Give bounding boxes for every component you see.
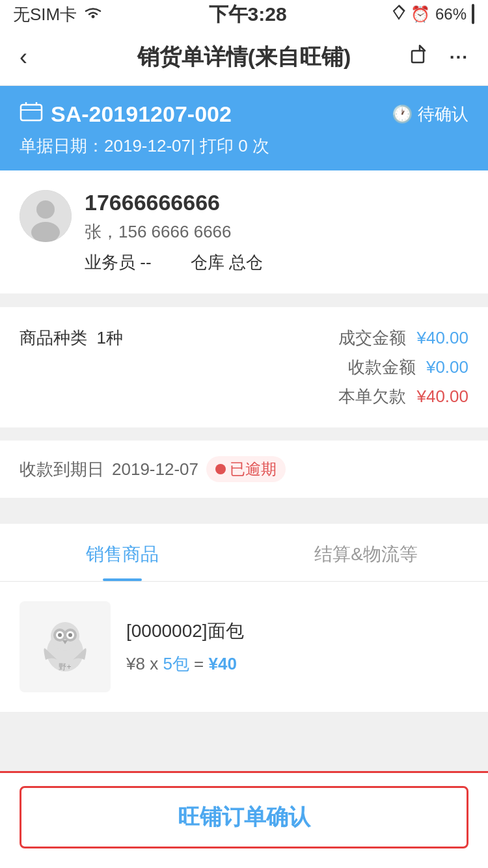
more-icon[interactable]: ··· [450,47,468,68]
summary-section: 商品种类 1种 成交金额 ¥40.00 收款金额 ¥0.00 本单欠款 ¥40.… [0,307,488,427]
product-name: [0000002]面包 [126,619,468,644]
due-date-value: 2019-12-07 [112,459,198,480]
product-type-item: 商品种类 1种 [20,327,123,349]
svg-point-4 [31,222,60,242]
deal-amount-label: 成交金额 [338,327,406,349]
product-section: 野+ [0000002]面包 ¥8 x 5包 = ¥40 [0,582,488,712]
order-status: 🕐 待确认 [392,103,468,126]
product-qty: 5包 [163,654,189,673]
order-id: SA-20191207-002 [20,102,232,127]
status-bar-left: 无SIM卡 [13,3,103,26]
page-title: 销货单详情(来自旺铺) [137,42,351,72]
order-date-line: 单据日期：2019-12-07| 打印 0 次 [20,135,468,157]
tabs: 销售商品 结算&物流等 [0,524,488,582]
tab-sales-products[interactable]: 销售商品 [0,524,244,581]
svg-text:野+: 野+ [59,662,71,671]
customer-info: 17666666666 张，156 6666 6666 业务员 -- 仓库 总仓 [85,190,468,274]
battery-icon [472,5,475,23]
product-item: 野+ [0000002]面包 ¥8 x 5包 = ¥40 [0,582,488,712]
owed-value: ¥40.00 [416,387,468,407]
summary-right: 成交金额 ¥40.00 收款金额 ¥0.00 本单欠款 ¥40.00 [338,327,468,408]
back-button[interactable]: ‹ [20,37,34,77]
divider [0,511,488,524]
owed-label: 本单欠款 [338,385,406,408]
due-date-section: 收款到期日 2019-12-07 已逾期 [0,441,488,498]
product-thumbnail: 野+ [20,601,111,692]
battery-text: 66% [435,5,467,23]
confirm-order-button[interactable]: 旺铺订单确认 [20,786,468,848]
svg-point-13 [68,633,72,637]
alarm-icon: ⏰ [411,5,430,23]
svg-rect-0 [412,51,424,62]
received-row: 收款金额 ¥0.00 [348,356,468,379]
customer-section: 17666666666 张，156 6666 6666 业务员 -- 仓库 总仓 [0,170,488,294]
product-total: ¥40 [209,654,237,673]
salesman-label: 业务员 -- [85,251,152,274]
nav-actions: ··· [409,44,468,70]
carrier-text: 无SIM卡 [13,3,77,26]
overdue-badge: 已逾期 [206,456,286,482]
clock-icon: 🕐 [392,104,413,124]
wifi-icon [83,5,103,25]
nav-bar: ‹ 销货单详情(来自旺铺) ··· [0,29,488,86]
deal-amount-row: 成交金额 ¥40.00 [338,327,468,349]
svg-rect-1 [21,105,42,120]
overdue-dot-icon [215,464,226,474]
due-date-label: 收款到期日 [20,458,104,481]
warehouse-label: 仓库 总仓 [191,251,263,274]
status-bar-right: ⏰ 66% [392,5,475,24]
received-value: ¥0.00 [426,357,468,377]
svg-point-12 [58,633,62,637]
tab-settlement-logistics[interactable]: 结算&物流等 [244,524,488,581]
overdue-text: 已逾期 [230,459,277,480]
deal-amount-value: ¥40.00 [416,328,468,348]
share-icon[interactable] [409,44,430,70]
customer-name-phone: 张，156 6666 6666 [85,221,468,243]
confirm-button-container: 旺铺订单确认 [0,771,488,868]
avatar [20,190,72,242]
product-info: [0000002]面包 ¥8 x 5包 = ¥40 [126,619,468,675]
header-banner: SA-20191207-002 🕐 待确认 单据日期：2019-12-07| 打… [0,86,488,170]
location-icon [392,5,405,24]
status-bar: 无SIM卡 下午3:28 ⏰ 66% [0,0,488,29]
svg-point-3 [36,200,55,219]
time-display: 下午3:28 [209,1,287,28]
received-label: 收款金额 [348,356,416,379]
customer-id: 17666666666 [85,190,468,215]
summary-left: 商品种类 1种 [20,327,123,349]
order-icon [20,102,43,127]
owed-row: 本单欠款 ¥40.00 [338,385,468,408]
customer-meta: 业务员 -- 仓库 总仓 [85,251,468,274]
product-price: ¥8 x 5包 = ¥40 [126,653,468,675]
